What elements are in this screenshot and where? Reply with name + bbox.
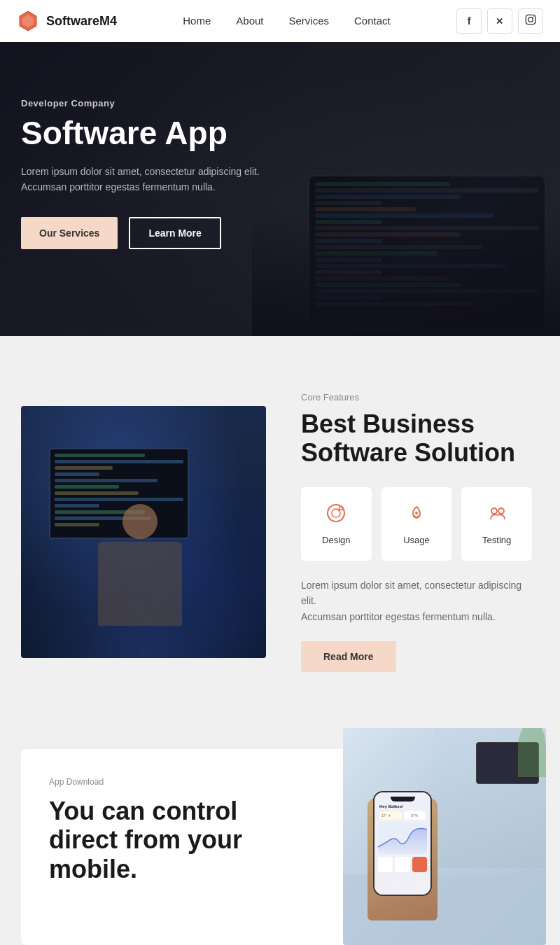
svg-point-9: [415, 512, 418, 514]
testing-label: Testing: [482, 535, 511, 545]
instagram-icon: [525, 14, 536, 28]
facebook-button[interactable]: f: [456, 8, 482, 34]
read-more-button[interactable]: Read More: [301, 641, 396, 672]
app-section: App Download You can controldirect from …: [0, 728, 560, 945]
svg-point-4: [533, 17, 534, 18]
app-card-content: App Download You can controldirect from …: [21, 749, 315, 945]
features-image: [21, 406, 266, 658]
usage-icon: [406, 503, 427, 526]
monitor-code-2: [55, 460, 183, 463]
features-img-inner: [21, 406, 266, 658]
monitor-code-1: [55, 454, 145, 457]
svg-point-10: [491, 508, 497, 514]
navbar: SoftwareM4 Home About Services Contact f…: [0, 0, 560, 42]
social-links: f ✕: [456, 8, 543, 34]
design-icon: [326, 503, 346, 526]
monitor-code-6: [55, 485, 119, 489]
features-title: Best BusinessSoftware Solution: [301, 410, 532, 468]
svg-point-3: [528, 18, 533, 22]
phone-weather-row: 17° ☀ 87%: [378, 811, 427, 820]
monitor-code-3: [55, 466, 113, 470]
hero-description: Lorem ipsum dolor sit amet, consectetur …: [21, 164, 315, 195]
person-outline: [77, 504, 203, 644]
hero-subtitle: Developer Company: [21, 98, 315, 108]
phone-stat-3: [412, 857, 427, 872]
app-tag: App Download: [49, 777, 287, 787]
twitter-icon: ✕: [496, 16, 503, 27]
phone-body-in-hand: Hey Balkss! 17° ☀ 87%: [373, 791, 432, 896]
phone-stat-1: [378, 857, 393, 872]
feature-card-testing: Testing: [461, 487, 532, 561]
brand: SoftwareM4: [17, 10, 117, 32]
feature-card-usage: Usage: [382, 487, 452, 561]
hero-buttons: Our Services Learn More: [21, 217, 315, 249]
usage-label: Usage: [403, 535, 430, 545]
nav-links: Home About Services Contact: [183, 15, 390, 27]
hero-title: Software App: [21, 115, 315, 151]
phone-greeting-text: Hey Balkss!: [378, 804, 427, 808]
hand-shape: Hey Balkss! 17° ☀ 87%: [368, 798, 438, 920]
learn-more-button[interactable]: Learn More: [129, 217, 220, 249]
nav-home[interactable]: Home: [183, 15, 211, 27]
brand-icon: [17, 10, 39, 32]
phone-notch: [391, 797, 415, 802]
hero-section: Developer Company Software App Lorem ips…: [0, 42, 560, 336]
testing-icon: [486, 503, 507, 526]
instagram-button[interactable]: [518, 8, 543, 34]
features-section: Core Features Best BusinessSoftware Solu…: [0, 336, 560, 728]
twitter-button[interactable]: ✕: [487, 8, 512, 34]
nav-contact[interactable]: Contact: [354, 15, 391, 27]
hand-area: Hey Balkss! 17° ☀ 87%: [357, 798, 448, 938]
bg-plant: [518, 728, 546, 777]
app-title: You can controldirect from yourmobile.: [49, 797, 287, 883]
features-tag: Core Features: [301, 392, 532, 402]
svg-point-11: [498, 508, 504, 514]
phone-stat-2: [395, 857, 410, 872]
monitor-code-5: [55, 479, 158, 482]
phone-weather: 17° ☀: [379, 811, 402, 820]
monitor-code-8: [55, 498, 183, 501]
nav-about[interactable]: About: [236, 15, 263, 27]
phone-value: 87%: [404, 811, 426, 820]
svg-point-7: [340, 506, 343, 510]
our-services-button[interactable]: Our Services: [21, 217, 118, 249]
design-label: Design: [322, 535, 350, 545]
app-card: App Download You can controldirect from …: [21, 749, 539, 945]
phone-screen-inner: Hey Balkss! 17° ☀ 87%: [374, 792, 430, 895]
features-content: Core Features Best BusinessSoftware Solu…: [266, 378, 560, 686]
monitor-code-7: [55, 491, 139, 495]
hero-content: Developer Company Software App Lorem ips…: [0, 42, 336, 270]
feature-card-design: Design: [301, 487, 372, 561]
nav-services[interactable]: Services: [289, 15, 330, 27]
app-image-area: Hey Balkss! 17° ☀ 87%: [315, 749, 539, 945]
phone-stats-row: [378, 857, 427, 872]
features-description: Lorem ipsum dolor sit amet, consectetur …: [301, 578, 532, 624]
app-bg: Hey Balkss! 17° ☀ 87%: [343, 728, 546, 945]
phone-chart: [378, 822, 427, 854]
facebook-icon: f: [468, 15, 471, 27]
feature-cards: Design Usage: [301, 487, 532, 561]
svg-rect-2: [526, 15, 535, 24]
brand-name: SoftwareM4: [46, 14, 117, 29]
monitor-code-4: [55, 472, 99, 476]
